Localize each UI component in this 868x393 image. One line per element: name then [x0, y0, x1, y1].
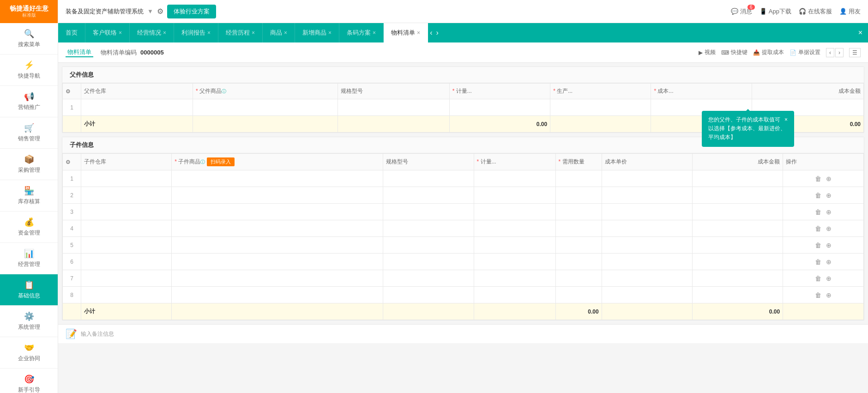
- child-cell-cost-amount-1[interactable]: [692, 170, 783, 187]
- parent-cell-spec-1[interactable]: [338, 99, 449, 116]
- child-cell-spec-2[interactable]: [383, 187, 474, 204]
- child-cell-unit-cost-8[interactable]: [602, 287, 692, 303]
- child-cell-unit-cost-1[interactable]: [602, 170, 692, 187]
- child-cell-unit-2[interactable]: [474, 187, 555, 204]
- copy-icon-5[interactable]: ⊕: [826, 242, 832, 249]
- child-th-settings[interactable]: ⚙: [63, 154, 81, 170]
- child-cell-spec-6[interactable]: [383, 254, 474, 270]
- copy-icon-6[interactable]: ⊕: [826, 258, 832, 266]
- child-cell-unit-7[interactable]: [474, 270, 555, 287]
- child-cell-unit-cost-7[interactable]: [602, 270, 692, 287]
- prev-icon[interactable]: ‹: [826, 48, 834, 57]
- child-cell-qty-1[interactable]: [555, 170, 602, 187]
- tab-customer-close[interactable]: ×: [119, 30, 122, 36]
- child-cell-unit-4[interactable]: [474, 220, 555, 237]
- tab-operations[interactable]: 经营情况 ×: [130, 23, 174, 42]
- child-cell-cost-amount-6[interactable]: [692, 254, 783, 270]
- child-cell-product-8[interactable]: [172, 287, 383, 303]
- copy-icon-4[interactable]: ⊕: [826, 225, 832, 232]
- next-icon[interactable]: ›: [835, 48, 844, 57]
- page-tab-bom[interactable]: 物料清单: [66, 48, 93, 57]
- child-cell-cost-amount-8[interactable]: [692, 287, 783, 303]
- child-cell-qty-2[interactable]: [555, 187, 602, 204]
- sidebar-item-purchase[interactable]: 📦 采购管理: [0, 149, 58, 180]
- tab-profit-close[interactable]: ×: [207, 30, 211, 36]
- online-support-button[interactable]: 🎧 在线客服: [799, 7, 832, 16]
- child-cell-qty-6[interactable]: [555, 254, 602, 270]
- parent-cell-product-1[interactable]: [193, 99, 338, 116]
- child-cell-spec-3[interactable]: [383, 204, 474, 220]
- tab-barcode[interactable]: 条码方案 ×: [339, 23, 384, 42]
- tab-new-product-close[interactable]: ×: [328, 30, 332, 36]
- child-cell-unit-1[interactable]: [474, 170, 555, 187]
- tab-home[interactable]: 首页: [58, 23, 85, 42]
- child-cell-qty-8[interactable]: [555, 287, 602, 303]
- child-cell-unit-8[interactable]: [474, 287, 555, 303]
- nav-prev-arrow[interactable]: ‹: [428, 29, 434, 37]
- sidebar-item-collab[interactable]: 🤝 企业协同: [0, 337, 58, 369]
- child-cell-spec-5[interactable]: [383, 237, 474, 254]
- child-cell-unit-3[interactable]: [474, 204, 555, 220]
- sidebar-item-sales[interactable]: 🛒 销售管理: [0, 117, 58, 149]
- child-cell-warehouse-4[interactable]: [81, 220, 172, 237]
- copy-icon-1[interactable]: ⊕: [826, 175, 832, 182]
- child-cell-unit-6[interactable]: [474, 254, 555, 270]
- child-cell-cost-amount-3[interactable]: [692, 204, 783, 220]
- tab-profit[interactable]: 利润报告 ×: [174, 23, 218, 42]
- child-cell-product-1[interactable]: [172, 170, 383, 187]
- child-cell-product-7[interactable]: [172, 270, 383, 287]
- parent-cell-unit-1[interactable]: [449, 99, 550, 116]
- sidebar-item-finance[interactable]: 💰 资金管理: [0, 212, 58, 243]
- sidebar-item-guide[interactable]: 🎯 新手引导: [0, 369, 58, 393]
- child-cell-qty-5[interactable]: [555, 237, 602, 254]
- copy-icon-7[interactable]: ⊕: [826, 275, 832, 282]
- child-cell-spec-8[interactable]: [383, 287, 474, 303]
- delete-icon-3[interactable]: 🗑: [815, 208, 821, 216]
- delete-icon-5[interactable]: 🗑: [815, 242, 821, 249]
- sidebar-item-inventory[interactable]: 🏪 库存核算: [0, 180, 58, 212]
- child-cell-product-2[interactable]: [172, 187, 383, 204]
- tab-bom-close[interactable]: ×: [417, 30, 420, 36]
- delete-icon-2[interactable]: 🗑: [815, 192, 821, 199]
- system-dropdown-icon[interactable]: ▼: [147, 8, 153, 15]
- child-cell-warehouse-3[interactable]: [81, 204, 172, 220]
- child-cell-cost-amount-5[interactable]: [692, 237, 783, 254]
- shortcut-action[interactable]: ⌨ 快捷键: [721, 48, 747, 56]
- child-cell-cost-amount-4[interactable]: [692, 220, 783, 237]
- child-cell-spec-4[interactable]: [383, 220, 474, 237]
- nav-next-arrow[interactable]: ›: [434, 29, 440, 37]
- child-cell-cost-amount-7[interactable]: [692, 270, 783, 287]
- delete-icon-4[interactable]: 🗑: [815, 225, 821, 232]
- child-cell-product-5[interactable]: [172, 237, 383, 254]
- child-cell-spec-1[interactable]: [383, 170, 474, 187]
- tab-new-product[interactable]: 新增商品 ×: [295, 23, 339, 42]
- child-cell-product-6[interactable]: [172, 254, 383, 270]
- list-view-icon[interactable]: ☰: [849, 48, 861, 57]
- gear-icon[interactable]: ⚙: [157, 7, 163, 16]
- trial-button[interactable]: 体验行业方案: [167, 5, 216, 18]
- sidebar-item-search[interactable]: 🔍 搜索菜单: [0, 23, 58, 54]
- child-cell-unit-cost-4[interactable]: [602, 220, 692, 237]
- child-cell-warehouse-7[interactable]: [81, 270, 172, 287]
- child-cell-spec-7[interactable]: [383, 270, 474, 287]
- parent-th-settings[interactable]: ⚙: [63, 84, 81, 99]
- child-cell-warehouse-1[interactable]: [81, 170, 172, 187]
- tab-history-close[interactable]: ×: [252, 30, 255, 36]
- message-button[interactable]: 💬 消息 6: [731, 7, 752, 16]
- sidebar-item-marketing[interactable]: 📢 营销推广: [0, 86, 58, 117]
- sidebar-item-quicknav[interactable]: ⚡ 快捷导航: [0, 54, 58, 86]
- user-menu[interactable]: 👤 用友: [839, 7, 861, 16]
- copy-icon-8[interactable]: ⊕: [826, 291, 832, 299]
- tab-bom[interactable]: 物料清单 ×: [384, 23, 428, 42]
- extract-cost-action[interactable]: 📥 提取成本: [753, 48, 784, 56]
- child-cell-qty-3[interactable]: [555, 204, 602, 220]
- tab-history[interactable]: 经营历程 ×: [218, 23, 263, 42]
- sidebar-item-system[interactable]: ⚙️ 系统管理: [0, 306, 58, 337]
- nav-close-all[interactable]: ×: [853, 29, 868, 37]
- tooltip-close-button[interactable]: ×: [784, 115, 788, 124]
- delete-icon-6[interactable]: 🗑: [815, 258, 821, 266]
- parent-cell-production-1[interactable]: [550, 99, 651, 116]
- child-cell-warehouse-8[interactable]: [81, 287, 172, 303]
- child-cell-product-4[interactable]: [172, 220, 383, 237]
- child-cell-qty-4[interactable]: [555, 220, 602, 237]
